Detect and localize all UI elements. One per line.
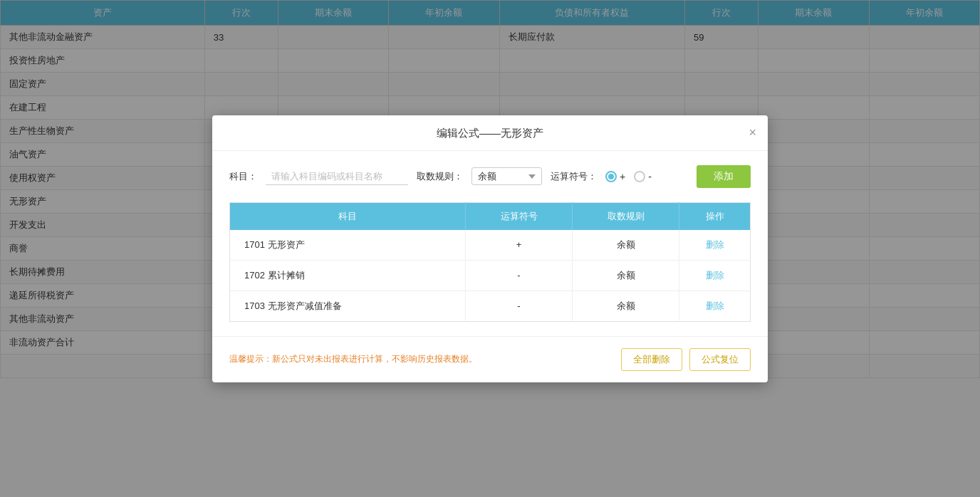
modal-dialog: 编辑公式——无形资产 × 科目： 取数规则： 余额借方发生额贷方发生额期初余额 … xyxy=(212,115,768,382)
subject-input[interactable] xyxy=(266,168,408,185)
reset-formula-button[interactable]: 公式复位 xyxy=(689,348,751,371)
radio-minus-circle xyxy=(634,171,645,182)
rule-select[interactable]: 余额借方发生额贷方发生额期初余额 xyxy=(471,167,542,185)
add-button[interactable]: 添加 xyxy=(697,165,751,188)
radio-plus-label: + xyxy=(620,171,625,182)
modal-title: 编辑公式——无形资产 xyxy=(437,127,543,140)
operator-radio-group: + - xyxy=(605,171,652,182)
modal-footer: 温馨提示：新公式只对未出报表进行计算，不影响历史报表数据。 全部删除 公式复位 xyxy=(212,336,768,382)
modal-body: 科目： 取数规则： 余额借方发生额贷方发生额期初余额 运算符号： + - 添加 xyxy=(212,151,768,336)
delete-all-button[interactable]: 全部删除 xyxy=(621,348,682,371)
formula-subject: 1703 无形资产减值准备 xyxy=(230,291,466,321)
formula-subject: 1701 无形资产 xyxy=(230,230,466,261)
formula-operator: - xyxy=(465,260,572,291)
modal-close-button[interactable]: × xyxy=(749,126,756,139)
form-row: 科目： 取数规则： 余额借方发生额贷方发生额期初余额 运算符号： + - 添加 xyxy=(229,165,751,188)
formula-row: 1703 无形资产减值准备 - 余额 删除 xyxy=(230,291,751,321)
formula-operator: + xyxy=(465,230,572,261)
th-action: 操作 xyxy=(679,202,751,230)
formula-rule: 余额 xyxy=(573,260,679,291)
formula-subject: 1702 累计摊销 xyxy=(230,260,466,291)
delete-row-link[interactable]: 删除 xyxy=(706,239,724,250)
radio-plus[interactable]: + xyxy=(605,171,625,182)
rule-label: 取数规则： xyxy=(417,170,463,183)
delete-row-link[interactable]: 删除 xyxy=(706,300,724,311)
formula-rule: 余额 xyxy=(573,230,679,261)
operator-label: 运算符号： xyxy=(551,170,597,183)
delete-row-link[interactable]: 删除 xyxy=(706,270,724,281)
formula-rule: 余额 xyxy=(573,291,679,321)
radio-plus-circle xyxy=(605,171,617,182)
subject-label: 科目： xyxy=(229,170,257,183)
th-operator: 运算符号 xyxy=(465,202,572,230)
formula-row: 1701 无形资产 + 余额 删除 xyxy=(230,230,751,261)
th-rule: 取数规则 xyxy=(573,202,679,230)
formula-row: 1702 累计摊销 - 余额 删除 xyxy=(230,260,751,291)
formula-action: 删除 xyxy=(679,260,751,291)
modal-backdrop: 编辑公式——无形资产 × 科目： 取数规则： 余额借方发生额贷方发生额期初余额 … xyxy=(0,0,980,497)
table-header-row: 科目 运算符号 取数规则 操作 xyxy=(230,202,751,230)
formula-action: 删除 xyxy=(679,291,751,321)
formula-operator: - xyxy=(465,291,572,321)
footer-tip: 温馨提示：新公式只对未出报表进行计算，不影响历史报表数据。 xyxy=(229,353,477,365)
radio-minus-label: - xyxy=(648,171,652,182)
formula-action: 删除 xyxy=(679,230,751,261)
th-subject: 科目 xyxy=(230,202,466,230)
formula-table: 科目 运算符号 取数规则 操作 1701 无形资产 + 余额 删除 1702 累… xyxy=(229,202,751,322)
radio-minus[interactable]: - xyxy=(634,171,652,182)
footer-buttons: 全部删除 公式复位 xyxy=(621,348,751,371)
modal-header: 编辑公式——无形资产 × xyxy=(212,115,768,151)
